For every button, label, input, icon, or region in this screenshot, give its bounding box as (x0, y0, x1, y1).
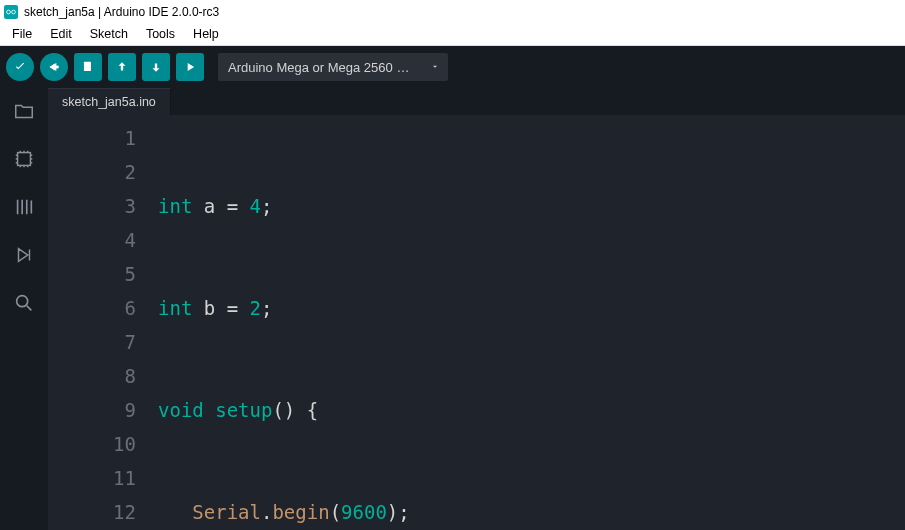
menu-file[interactable]: File (4, 25, 40, 43)
line-number: 8 (48, 359, 136, 393)
sidebar (0, 88, 48, 530)
menu-tools[interactable]: Tools (138, 25, 183, 43)
tab-sketch[interactable]: sketch_jan5a.ino (48, 88, 171, 115)
line-number: 5 (48, 257, 136, 291)
open-button[interactable] (108, 53, 136, 81)
svg-point-1 (12, 10, 16, 14)
titlebar: sketch_jan5a | Arduino IDE 2.0.0-rc3 (0, 0, 905, 24)
folder-icon[interactable] (11, 98, 37, 124)
line-number: 10 (48, 427, 136, 461)
menu-help[interactable]: Help (185, 25, 227, 43)
toolbar: Arduino Mega or Mega 2560 … (0, 46, 905, 88)
code-editor[interactable]: 1 2 3 4 5 6 7 8 9 10 11 12 int a = 4; in… (48, 115, 905, 530)
board-selector[interactable]: Arduino Mega or Mega 2560 … (218, 53, 448, 81)
verify-button[interactable] (6, 53, 34, 81)
board-manager-icon[interactable] (11, 146, 37, 172)
arduino-icon (4, 5, 18, 19)
new-sketch-button[interactable] (74, 53, 102, 81)
line-number: 6 (48, 291, 136, 325)
line-number: 12 (48, 495, 136, 529)
workspace: sketch_jan5a.ino 1 2 3 4 5 6 7 8 9 10 11… (0, 88, 905, 530)
debug-panel-icon[interactable] (11, 242, 37, 268)
svg-rect-2 (84, 62, 91, 71)
board-selector-label: Arduino Mega or Mega 2560 … (228, 60, 409, 75)
menu-sketch[interactable]: Sketch (82, 25, 136, 43)
chevron-down-icon (430, 60, 440, 75)
line-number: 3 (48, 189, 136, 223)
library-manager-icon[interactable] (11, 194, 37, 220)
debug-button[interactable] (176, 53, 204, 81)
menu-edit[interactable]: Edit (42, 25, 80, 43)
line-number: 4 (48, 223, 136, 257)
code-line[interactable]: int a = 4; (158, 189, 905, 223)
upload-button[interactable] (40, 53, 68, 81)
line-number: 2 (48, 155, 136, 189)
save-button[interactable] (142, 53, 170, 81)
gutter: 1 2 3 4 5 6 7 8 9 10 11 12 (48, 121, 158, 530)
code-line[interactable]: int b = 2; (158, 291, 905, 325)
svg-rect-3 (18, 153, 31, 166)
window-title: sketch_jan5a | Arduino IDE 2.0.0-rc3 (24, 5, 219, 19)
code[interactable]: int a = 4; int b = 2; void setup() { Ser… (158, 121, 905, 530)
tabbar: sketch_jan5a.ino (48, 88, 905, 115)
editor-pane: sketch_jan5a.ino 1 2 3 4 5 6 7 8 9 10 11… (48, 88, 905, 530)
line-number: 9 (48, 393, 136, 427)
line-number: 7 (48, 325, 136, 359)
menubar: File Edit Sketch Tools Help (0, 24, 905, 46)
code-line[interactable]: Serial.begin(9600); (158, 495, 905, 529)
svg-point-4 (17, 296, 28, 307)
line-number: 11 (48, 461, 136, 495)
line-number: 1 (48, 121, 136, 155)
code-line[interactable]: void setup() { (158, 393, 905, 427)
svg-point-0 (7, 10, 11, 14)
search-icon[interactable] (11, 290, 37, 316)
tab-label: sketch_jan5a.ino (62, 95, 156, 109)
